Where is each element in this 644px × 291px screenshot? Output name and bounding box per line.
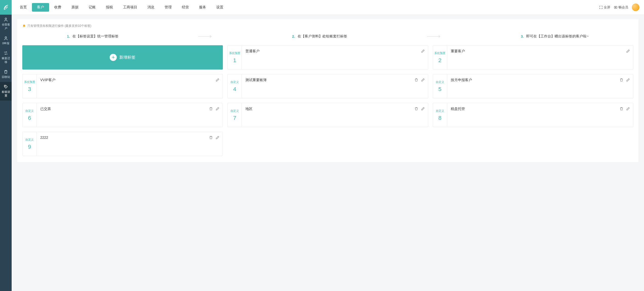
notice-text: 只有管理员有权限进行操作 (最多支持10个标签)	[27, 24, 91, 28]
edit-icon[interactable]	[421, 78, 425, 82]
users-icon	[4, 17, 8, 22]
step-number: 2.	[292, 34, 295, 38]
nav-item-1[interactable]: 客户	[32, 3, 49, 12]
tag-number: 6	[28, 115, 31, 121]
tag-icon	[4, 84, 8, 89]
tag-actions	[414, 78, 425, 82]
tag-card: 系统预置3VVIP客户	[22, 74, 223, 98]
nav-item-10[interactable]: 服务	[194, 3, 211, 12]
tag-body: 2222	[37, 132, 223, 156]
step-2: 2.在【客户资料】处给账套打标签	[292, 34, 347, 39]
edit-icon[interactable]	[421, 49, 425, 53]
tag-type: 自定义	[25, 138, 34, 142]
tag-body: 重要客户	[447, 46, 633, 69]
sidebar-item-label: 账套迁移	[1, 56, 11, 64]
tag-card: 系统预置2重要客户	[433, 45, 633, 70]
tag-card: 自定义6已交票	[22, 103, 223, 127]
tag-actions	[216, 78, 220, 82]
tag-label: 普通客户	[245, 49, 260, 54]
tag-number: 4	[233, 86, 236, 93]
tag-meta: 自定义7	[228, 103, 242, 127]
edit-icon[interactable]	[216, 107, 220, 111]
step-text: 即可在【工作台】晒出该标签的客户啦~	[526, 34, 589, 39]
tag-card: 自定义4测试重要账簿	[227, 74, 428, 98]
nav-item-3[interactable]: 票据	[66, 3, 84, 12]
tag-actions	[619, 78, 630, 82]
delete-icon[interactable]	[619, 78, 623, 82]
sidebar-item-label: 标签设置	[1, 90, 11, 98]
sidebar-item-3[interactable]: 回收站	[0, 67, 12, 82]
tag-body: VVIP客户	[37, 74, 223, 98]
fullscreen-button[interactable]: 全屏	[599, 5, 610, 10]
tag-meta: 自定义5	[433, 74, 447, 98]
add-tag-label: 新增标签	[119, 55, 135, 60]
nav-item-2[interactable]: 收费	[49, 3, 66, 12]
add-tag-button[interactable]: +新增标签	[22, 45, 223, 70]
nav-item-0[interactable]: 首页	[15, 3, 32, 12]
tag-type: 自定义	[436, 109, 444, 113]
sidebar-item-0[interactable]: 全部客户	[0, 15, 12, 33]
tag-actions	[209, 136, 220, 140]
nav-item-7[interactable]: 消息	[142, 3, 160, 12]
bell-icon	[22, 24, 26, 28]
zero-icon	[4, 36, 8, 40]
sidebar-item-4[interactable]: 标签设置	[0, 82, 12, 101]
nav-item-9[interactable]: 经营	[177, 3, 194, 12]
edit-icon[interactable]	[216, 136, 220, 140]
tag-number: 3	[28, 86, 31, 93]
tag-type: 系统预置	[24, 80, 35, 84]
sidebar-item-1[interactable]: 0申报	[0, 33, 12, 48]
tag-card: 自定义5按月申报客户	[433, 74, 633, 98]
tag-card: 系统预置1普通客户	[227, 45, 428, 70]
sidebar-item-2[interactable]: 账套迁移	[0, 48, 12, 67]
delete-icon[interactable]	[414, 78, 418, 82]
sidebar-item-label: 全部客户	[1, 23, 11, 30]
tag-type: 自定义	[230, 80, 239, 84]
nav-item-8[interactable]: 管理	[160, 3, 177, 12]
tag-type: 自定义	[25, 109, 34, 113]
tag-type: 系统预置	[229, 51, 240, 55]
tag-actions	[414, 107, 425, 111]
delete-icon[interactable]	[619, 107, 623, 111]
tag-card: 自定义8税盘托管	[433, 103, 633, 127]
tag-body: 地区	[242, 103, 428, 127]
tag-type: 自定义	[230, 109, 239, 113]
tag-meta: 系统预置2	[433, 46, 447, 69]
nav-item-11[interactable]: 设置	[211, 3, 228, 12]
step-number: 1.	[67, 34, 70, 38]
svg-point-1	[5, 37, 7, 38]
member-button[interactable]: 畅会员	[614, 5, 628, 10]
topbar-actions: 全屏 畅会员	[599, 4, 639, 11]
edit-icon[interactable]	[626, 78, 630, 82]
app-logo[interactable]	[0, 0, 12, 15]
nav-item-5[interactable]: 报税	[101, 3, 118, 12]
tag-body: 税盘托管	[447, 103, 633, 127]
edit-icon[interactable]	[216, 78, 220, 82]
sidebar-item-label: 0申报	[2, 41, 9, 45]
tag-label: 2222	[40, 136, 48, 140]
edit-icon[interactable]	[421, 107, 425, 111]
sidebar: 全部客户0申报账套迁移回收站标签设置	[0, 15, 12, 167]
arrow-icon	[426, 35, 442, 38]
tag-card: 自定义92222	[22, 132, 223, 156]
arrow-icon	[198, 35, 213, 38]
edit-icon[interactable]	[626, 107, 630, 111]
delete-icon[interactable]	[414, 107, 418, 111]
tag-meta: 自定义6	[23, 103, 37, 127]
fullscreen-label: 全屏	[604, 5, 610, 10]
svg-point-2	[5, 86, 6, 86]
tag-actions	[626, 49, 630, 53]
nav-item-4[interactable]: 记账	[84, 3, 101, 12]
trash-icon	[4, 70, 8, 74]
nav-item-6[interactable]: 工商项目	[118, 3, 142, 12]
tag-label: 重要客户	[451, 49, 465, 54]
tag-body: 普通客户	[242, 46, 428, 69]
edit-icon[interactable]	[626, 49, 630, 53]
member-label: 畅会员	[618, 5, 628, 10]
tag-meta: 自定义8	[433, 103, 447, 127]
avatar[interactable]	[632, 4, 639, 11]
delete-icon[interactable]	[209, 136, 213, 140]
delete-icon[interactable]	[209, 107, 213, 111]
tag-label: 测试重要账簿	[245, 78, 267, 82]
tag-label: 按月申报客户	[451, 78, 472, 82]
